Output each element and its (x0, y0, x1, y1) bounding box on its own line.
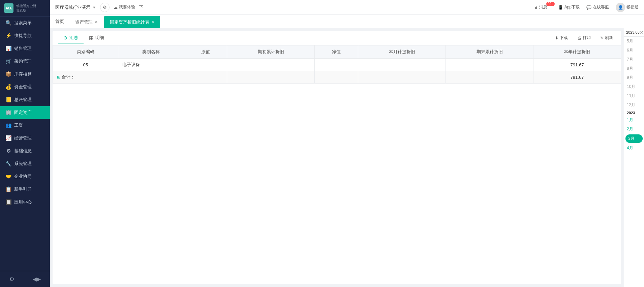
col-header-end-dep: 期末累计折旧 (446, 45, 533, 59)
print-icon: 🖨 (577, 36, 581, 40)
biz-icon: 📈 (5, 135, 11, 141)
sidebar-item-label: 基础信息 (14, 148, 32, 154)
purchase-icon: 🛒 (5, 58, 11, 64)
online-service-btn[interactable]: 💬 在线客服 (586, 4, 609, 10)
sidebar-item-search[interactable]: 🔍搜索菜单 (0, 17, 50, 29)
company-selector[interactable]: 医疗器械行业演示 ▼ (55, 4, 96, 10)
sub-tab-明细[interactable]: ▦明细 (84, 33, 110, 43)
header-settings-icon[interactable]: ⚙ (100, 3, 110, 12)
tab-首页[interactable]: 首页 (50, 16, 69, 28)
date-month-2022-10[interactable]: 10月 (624, 82, 644, 91)
collapse-sidebar-btn[interactable]: ◀▶ (31, 274, 43, 284)
notification-btn[interactable]: 🖥 消息 99+ (530, 4, 551, 10)
app-download-btn[interactable]: 📱 App下载 (558, 4, 580, 10)
date-month-2022-07[interactable]: 7月 (624, 55, 644, 64)
toolbar: ⬇ 下载 🖨 打印 ↻ 刷新 (552, 31, 616, 45)
notification-label: 消息 (539, 4, 547, 10)
sidebar-item-label: 总账管理 (14, 97, 32, 103)
cell-yearly-dep: 791.67 (533, 59, 621, 71)
app-download-icon: 📱 (558, 5, 563, 10)
date-month-2023-02[interactable]: 2月 (624, 125, 644, 134)
total-icon: ⊞ (57, 75, 60, 79)
sidebar-item-corp[interactable]: 🤝企业协同 (0, 170, 50, 183)
col-header-original: 原值 (184, 45, 227, 59)
table-total-row: ⊞ 合计： 791.67 (53, 71, 621, 84)
date-month-2023-01[interactable]: 1月 (624, 116, 644, 125)
try-label: 我要体验一下 (119, 4, 143, 10)
logo-main-text: 畅捷通好业财 (16, 4, 36, 8)
user-name: 畅捷通 (626, 4, 639, 10)
date-month-2022-11[interactable]: 11月 (624, 91, 644, 100)
corp-icon: 🤝 (5, 173, 11, 180)
try-experience-btn[interactable]: ☁ 我要体验一下 (114, 4, 143, 10)
total-monthly-dep (358, 71, 446, 84)
settings-bottom-btn[interactable]: ⚙ (7, 274, 16, 284)
date-panel-scroll[interactable]: 5月6月7月8月9月10月11月12月20231月2月3月4月 (624, 37, 644, 287)
asset-icon: 🏢 (5, 109, 11, 116)
total-yearly-dep: 791.67 (533, 71, 621, 84)
total-initial-dep (227, 71, 315, 84)
date-month-2022-12[interactable]: 12月 (624, 100, 644, 109)
header-right: 🖥 消息 99+ 📱 App下载 💬 在线客服 👤 畅捷通 (530, 3, 639, 12)
sidebar-item-stock[interactable]: 📦库存核算 (0, 68, 50, 81)
date-panel-year-label: 2023.03 (626, 30, 640, 34)
content-area: ⊙汇总▦明细 ⬇ 下载 🖨 打印 ↻ 刷新 (50, 28, 644, 287)
sidebar-item-ledger[interactable]: 📒总账管理 (0, 93, 50, 106)
date-panel: 2023.03 ✕ ⛶ 5月6月7月8月9月10月11月12月20231月2月3… (624, 28, 644, 287)
sidebar: AtA 畅捷通好业财 普及版 🔍搜索菜单⚡快捷导航📊销售管理🛒采购管理📦库存核算… (0, 0, 50, 287)
tab-资产管理[interactable]: 资产管理✕ (69, 16, 103, 28)
table-header-row: 类别编码 类别名称 原值 期初累计折旧 净值 本月计提折旧 期末累计折旧 本年计… (53, 45, 621, 59)
logo-icon: AtA (4, 3, 13, 13)
sidebar-item-asset[interactable]: 🏢固定资产 (0, 106, 50, 119)
online-service-label: 在线客服 (593, 4, 609, 10)
notification-badge: 99+ (546, 2, 555, 6)
sidebar-item-biz[interactable]: 📈经营管理 (0, 132, 50, 145)
download-btn[interactable]: ⬇ 下载 (552, 34, 571, 42)
sidebar-item-sys[interactable]: 🔧系统管理 (0, 157, 50, 170)
date-month-2022-05[interactable]: 5月 (624, 37, 644, 46)
sidebar-item-purchase[interactable]: 🛒采购管理 (0, 55, 50, 68)
tab-close-btn[interactable]: ✕ (151, 20, 154, 24)
sidebar-item-label: 经营管理 (14, 135, 32, 141)
sidebar-item-label: 搜索菜单 (14, 20, 32, 26)
sidebar-item-nav[interactable]: ⚡快捷导航 (0, 29, 50, 42)
sidebar-item-label: 销售管理 (14, 45, 32, 52)
date-month-2022-09[interactable]: 9月 (624, 73, 644, 82)
date-month-2022-08[interactable]: 8月 (624, 64, 644, 73)
total-label-cell: ⊞ 合计： (53, 71, 184, 84)
sidebar-item-basic[interactable]: ⚙基础信息 (0, 145, 50, 157)
user-profile[interactable]: 👤 畅捷通 (616, 3, 639, 12)
date-month-2023-04[interactable]: 4月 (624, 144, 644, 153)
header: 医疗器械行业演示 ▼ ⚙ ☁ 我要体验一下 🖥 消息 99+ 📱 App下载 💬… (50, 0, 644, 15)
user-avatar: 👤 (616, 3, 625, 12)
tab-label: 首页 (55, 19, 64, 25)
date-panel-close-btn[interactable]: ✕ (640, 30, 644, 35)
date-panel-header: 2023.03 ✕ ⛶ (624, 28, 644, 37)
date-month-2022-06[interactable]: 6月 (624, 46, 644, 55)
sidebar-item-finance[interactable]: 💰资金管理 (0, 81, 50, 93)
tab-label: 资产管理 (75, 19, 93, 25)
refresh-label: 刷新 (605, 35, 613, 41)
sidebar-item-label: 新手引导 (14, 186, 32, 192)
app-download-label: App下载 (564, 4, 580, 10)
sale-icon: 📊 (5, 45, 11, 52)
sidebar-item-app[interactable]: 🔲应用中心 (0, 196, 50, 209)
sidebar-item-sale[interactable]: 📊销售管理 (0, 42, 50, 55)
sidebar-item-payroll[interactable]: 👥工资 (0, 119, 50, 132)
sidebar-item-label: 固定资产 (14, 109, 32, 116)
sidebar-bottom: ⚙ ◀▶ (0, 271, 50, 287)
sub-tab-汇总[interactable]: ⊙汇总 (58, 33, 84, 43)
date-month-2023-03[interactable]: 3月 (625, 134, 643, 143)
tab-close-btn[interactable]: ✕ (95, 20, 98, 24)
total-original (184, 71, 227, 84)
refresh-btn[interactable]: ↻ 刷新 (597, 34, 616, 42)
tab-bar: 首页资产管理✕固定资产折旧统计表✕ (50, 15, 644, 28)
tab-固定资产折旧统计表[interactable]: 固定资产折旧统计表✕ (104, 16, 160, 28)
cell-original (184, 59, 227, 71)
cell-code: 05 (53, 59, 118, 71)
app-icon: 🔲 (5, 199, 11, 205)
sidebar-item-label: 库存核算 (14, 71, 32, 77)
sidebar-item-guide[interactable]: 📋新手引导 (0, 183, 50, 196)
print-btn[interactable]: 🖨 打印 (575, 34, 593, 42)
depreciation-table: 类别编码 类别名称 原值 期初累计折旧 净值 本月计提折旧 期末累计折旧 本年计… (53, 45, 621, 84)
